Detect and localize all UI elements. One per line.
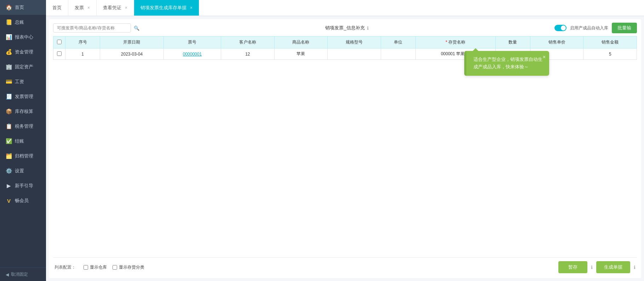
- data-table-wrapper: 序号 开票日期 票号 客户名称 商品名称 规格型号 单位 * 存货名称 数量 销…: [53, 36, 637, 257]
- generate-button[interactable]: 生成单据: [596, 261, 630, 273]
- ledger-icon: 📒: [6, 19, 12, 25]
- search-icon[interactable]: 🔍: [134, 25, 139, 31]
- main-area: 首页 发票 × 查看凭证 × 销项发票生成库存单据 × 🔍 销项发票_信息补充 …: [46, 0, 644, 281]
- sidebar-item-reports[interactable]: 📊 报表中心: [0, 30, 46, 45]
- save-button[interactable]: 暂存: [558, 261, 587, 273]
- cell-product: 苹果: [274, 48, 327, 60]
- content-panel: 🔍 销项发票_信息补充 ℹ 启用产成品自动入库 批量输: [49, 19, 641, 278]
- sidebar-item-label: 固定资产: [15, 64, 33, 70]
- sidebar-item-settlement[interactable]: ✅ 结账: [0, 134, 46, 149]
- header-model: 规格型号: [328, 36, 381, 48]
- sidebar-item-archive[interactable]: 🗂️ 归档管理: [0, 149, 46, 164]
- sidebar-item-label: 报表中心: [15, 34, 33, 40]
- settlement-icon: ✅: [6, 138, 12, 144]
- tab-home[interactable]: 首页: [46, 0, 68, 16]
- tab-stock[interactable]: 销项发票生成库存单据 ×: [134, 0, 199, 16]
- footer: 列表配置： 显示仓库 显示存货分类 暂存 ℹ 生成单据 ℹ: [53, 257, 637, 275]
- sidebar-item-inventory[interactable]: 📦 库存核算: [0, 104, 46, 119]
- sidebar-item-label: 税务管理: [15, 123, 33, 130]
- tab-stock-close[interactable]: ×: [190, 5, 192, 10]
- sidebar-item-fixed-assets[interactable]: 🏢 固定资产: [0, 59, 46, 74]
- sidebar-item-settings[interactable]: ⚙️ 设置: [0, 164, 46, 178]
- table-row: 1 2023-03-04 00000001 12 苹果 000001 苹果 个 …: [53, 48, 637, 60]
- inventory-icon: 📦: [6, 108, 12, 115]
- show-category-option[interactable]: 显示存货分类: [113, 264, 144, 270]
- tooltip-bar: [464, 51, 466, 76]
- tooltip-box: × 适合生产型企业，销项发票自动生成产成品入库，快来体验～: [464, 51, 549, 76]
- cancel-pin-button[interactable]: ◀ 取消固定: [0, 268, 46, 281]
- header-unit-price: 销售单价: [530, 36, 583, 48]
- auto-stock-toggle[interactable]: [554, 25, 567, 31]
- sidebar-item-label: 首页: [15, 4, 24, 11]
- sidebar-item-payroll[interactable]: 💳 工资: [0, 74, 46, 89]
- cell-unit: [381, 48, 415, 60]
- sidebar-item-label: 资金管理: [15, 49, 33, 55]
- sidebar-item-funds[interactable]: 💰 资金管理: [0, 45, 46, 59]
- row-checkbox[interactable]: [57, 51, 62, 56]
- footer-actions: 暂存 ℹ 生成单据 ℹ: [558, 261, 636, 273]
- tooltip-text: 适合生产型企业，销项发票自动生成产成品入库，快来体验～: [470, 56, 544, 71]
- sidebar-item-label: 畅会员: [15, 197, 29, 204]
- toolbar-center: 销项发票_信息补充 ℹ: [325, 25, 368, 31]
- batch-button[interactable]: 批量输: [612, 23, 637, 33]
- sidebar-item-tax[interactable]: 📋 税务管理: [0, 119, 46, 134]
- vip-icon: V: [6, 198, 12, 204]
- tab-invoice-close[interactable]: ×: [87, 5, 90, 10]
- header-seq: 序号: [65, 36, 100, 48]
- tab-bar: 首页 发票 × 查看凭证 × 销项发票生成库存单据 ×: [46, 0, 644, 16]
- header-qty: 数量: [495, 36, 530, 48]
- sidebar-item-invoice-mgmt[interactable]: 🧾 发票管理: [0, 89, 46, 104]
- show-warehouse-label: 显示仓库: [90, 264, 107, 270]
- tab-voucher[interactable]: 查看凭证 ×: [97, 0, 134, 16]
- generate-info-icon[interactable]: ℹ: [634, 265, 636, 270]
- tab-voucher-close[interactable]: ×: [125, 5, 127, 10]
- sidebar-item-label: 结账: [15, 138, 24, 144]
- header-product: 商品名称: [274, 36, 327, 48]
- sidebar-item-label: 归档管理: [15, 153, 33, 159]
- sidebar-item-vip[interactable]: V 畅会员: [0, 193, 46, 208]
- cancel-pin-label: 取消固定: [11, 271, 28, 277]
- pin-icon: ◀: [6, 272, 9, 277]
- tab-invoice[interactable]: 发票 ×: [68, 0, 97, 16]
- show-category-label: 显示存货分类: [119, 264, 144, 270]
- search-input[interactable]: [53, 23, 131, 33]
- tab-stock-label: 销项发票生成库存单据: [140, 5, 186, 11]
- sidebar-item-label: 发票管理: [15, 93, 33, 100]
- funds-icon: 💰: [6, 49, 12, 55]
- toolbar-right: 启用产成品自动入库 批量输: [554, 23, 637, 33]
- info-icon[interactable]: ℹ: [367, 25, 369, 31]
- tooltip-close-button[interactable]: ×: [543, 53, 546, 61]
- center-label: 销项发票_信息补充: [325, 25, 364, 31]
- sidebar-item-newbie[interactable]: ▶ 新手引导: [0, 178, 46, 193]
- sidebar-item-ledger[interactable]: 📒 总账: [0, 15, 46, 30]
- header-number: 票号: [163, 36, 221, 48]
- toggle-label: 启用产成品自动入库: [570, 25, 608, 31]
- show-category-checkbox[interactable]: [113, 265, 117, 270]
- config-label: 列表配置：: [54, 264, 76, 270]
- data-table: 序号 开票日期 票号 客户名称 商品名称 规格型号 单位 * 存货名称 数量 销…: [53, 36, 637, 60]
- archive-icon: 🗂️: [6, 153, 12, 159]
- tab-voucher-label: 查看凭证: [103, 5, 121, 11]
- tax-icon: 📋: [6, 123, 12, 130]
- header-customer: 客户名称: [221, 36, 274, 48]
- select-all-checkbox[interactable]: [57, 40, 62, 44]
- payroll-icon: 💳: [6, 79, 12, 85]
- show-warehouse-checkbox[interactable]: [84, 265, 88, 270]
- save-info-icon[interactable]: ℹ: [591, 265, 593, 270]
- sidebar-item-home[interactable]: 🏠 首页: [0, 0, 46, 15]
- reports-icon: 📊: [6, 34, 12, 40]
- tab-invoice-label: 发票: [75, 5, 84, 11]
- header-unit: 单位: [381, 36, 415, 48]
- cell-model: [328, 48, 381, 60]
- show-warehouse-option[interactable]: 显示仓库: [84, 264, 107, 270]
- home-icon: 🏠: [6, 4, 12, 11]
- cell-date: 2023-03-04: [100, 48, 164, 60]
- settings-icon: ⚙️: [6, 168, 12, 174]
- header-checkbox-cell: [53, 36, 65, 48]
- cell-number[interactable]: 00000001: [163, 48, 221, 60]
- sidebar-item-label: 库存核算: [15, 108, 33, 115]
- sidebar-item-label: 设置: [15, 168, 24, 174]
- header-inventory: * 存货名称: [415, 36, 495, 48]
- sidebar-item-label: 新手引导: [15, 183, 33, 189]
- header-amount: 销售金额: [583, 36, 637, 48]
